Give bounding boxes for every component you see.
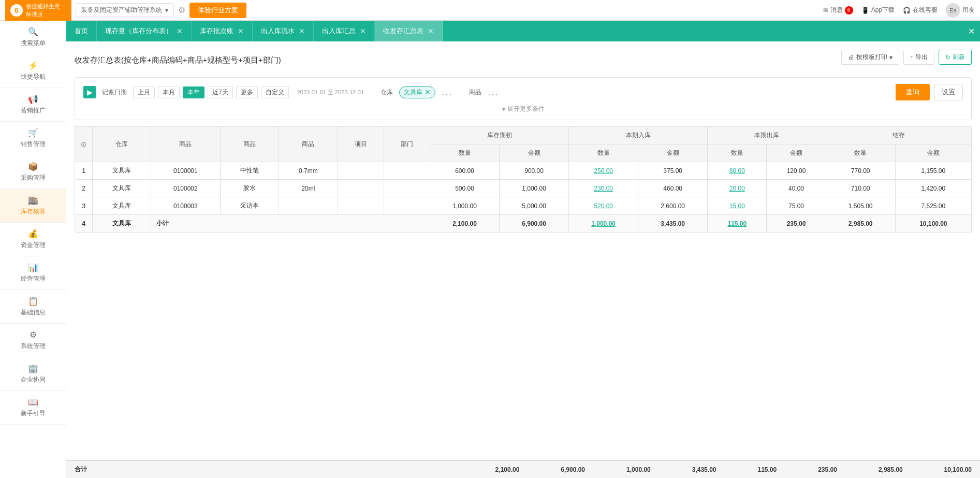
row-out-amt: 40.00 bbox=[767, 180, 826, 197]
tab-inout-summary[interactable]: 出入库汇总 ✕ bbox=[314, 21, 375, 41]
expand-icon: ▾ bbox=[502, 106, 505, 113]
filter-setting-button[interactable]: 设置 bbox=[934, 84, 963, 100]
tab-recv-summary[interactable]: 收发存汇总表 ✕ bbox=[375, 21, 443, 41]
sidebar-label-finance: 资金管理 bbox=[21, 241, 46, 250]
date-7days[interactable]: 近7天 bbox=[208, 86, 233, 98]
goods-more[interactable]: ... bbox=[488, 87, 499, 98]
warehouse-tag-text: 文具库 bbox=[404, 88, 422, 97]
print-icon: 🖨 bbox=[848, 54, 854, 61]
row-out-qty[interactable]: 15.00 bbox=[708, 197, 767, 215]
row-project bbox=[338, 197, 384, 215]
subtotal-out-qty[interactable]: 115.00 bbox=[708, 215, 767, 233]
sidebar-item-marketing[interactable]: 📢 营销推广 bbox=[0, 88, 66, 122]
expand-button[interactable]: ▾ 展开更多条件 bbox=[502, 105, 545, 113]
col-settings-icon[interactable]: ⚙ bbox=[80, 140, 87, 149]
footer-open-qty: 2,100.00 bbox=[495, 466, 520, 473]
row-in-qty[interactable]: 520.00 bbox=[569, 197, 638, 215]
top-right-area: ✉ 消息 6 📱 App下载 🎧 在线客服 Ea 用友 bbox=[823, 3, 975, 18]
tab-bar-close-all[interactable]: ✕ bbox=[968, 26, 980, 36]
tab-home[interactable]: 首页 bbox=[66, 21, 97, 41]
date-more[interactable]: 更多 bbox=[236, 86, 258, 98]
sidebar-item-quick[interactable]: ⚡ 快捷导航 bbox=[0, 54, 66, 88]
warehouse-more[interactable]: ... bbox=[442, 87, 452, 98]
app-download-item[interactable]: 📱 App下载 bbox=[861, 6, 895, 15]
sidebar-item-purchase[interactable]: 📦 采购管理 bbox=[0, 155, 66, 189]
col-warehouse-header: 仓库 bbox=[93, 127, 151, 162]
tab-batch[interactable]: 库存批次账 ✕ bbox=[192, 21, 253, 41]
sidebar-item-enterprise[interactable]: 🏢 企业协同 bbox=[0, 357, 66, 391]
chart-icon: 📊 bbox=[28, 263, 38, 272]
sidebar-item-system[interactable]: ⚙ 系统管理 bbox=[0, 324, 66, 357]
table-footer: 合计 2,100.00 6,900.00 1,000.00 3,435.00 1… bbox=[66, 460, 980, 478]
subtotal-close-amt: 10,100.00 bbox=[895, 215, 971, 233]
user-item[interactable]: Ea 用友 bbox=[946, 3, 975, 18]
date-this-year[interactable]: 本年 bbox=[183, 86, 204, 98]
date-this-month[interactable]: 本月 bbox=[158, 86, 180, 98]
date-buttons: 上月 本月 本年 近7天 更多 自定义 bbox=[133, 86, 289, 98]
refresh-button[interactable]: ↻ 刷新 bbox=[939, 50, 972, 65]
tab-flow-label: 出入库流水 bbox=[261, 26, 295, 36]
sidebar-label-sales: 销售管理 bbox=[21, 140, 46, 149]
col-spec-header: 商品 bbox=[279, 127, 338, 162]
tab-stock-dist-close[interactable]: ✕ bbox=[177, 27, 183, 35]
row-out-qty[interactable]: 80.00 bbox=[708, 162, 767, 180]
row-open-qty: 500.00 bbox=[430, 180, 500, 197]
system-title[interactable]: 装备及固定资产辅助管理系统 ▾ bbox=[76, 3, 174, 17]
row-in-qty[interactable]: 230.00 bbox=[569, 180, 638, 197]
warehouse-label: 仓库 bbox=[381, 88, 393, 97]
sidebar-item-inventory[interactable]: 🏬 库存核算 bbox=[0, 189, 66, 223]
trial-button[interactable]: 体验行业方案 bbox=[189, 3, 246, 18]
col-close-qty: 数量 bbox=[826, 144, 895, 162]
row-name: 采访本 bbox=[220, 197, 279, 215]
row-dept bbox=[384, 197, 430, 215]
headset-icon: 🎧 bbox=[903, 7, 911, 14]
row-out-qty[interactable]: 20.00 bbox=[708, 180, 767, 197]
sidebar-label-basic: 基础信息 bbox=[21, 308, 46, 317]
sidebar-item-finance[interactable]: 💰 资金管理 bbox=[0, 223, 66, 256]
date-label: 记账日期 bbox=[102, 88, 127, 97]
sidebar-item-basic[interactable]: 📋 基础信息 bbox=[0, 290, 66, 324]
date-custom[interactable]: 自定义 bbox=[261, 86, 289, 98]
subtotal-in-qty[interactable]: 1,000.00 bbox=[569, 215, 638, 233]
row-no: 1 bbox=[75, 162, 93, 180]
row-close-qty: 770.00 bbox=[826, 162, 895, 180]
row-close-amt: 1,420.00 bbox=[895, 180, 971, 197]
date-last-month[interactable]: 上月 bbox=[133, 86, 155, 98]
sidebar-label-purchase: 采购管理 bbox=[21, 173, 46, 182]
print-button[interactable]: 🖨 按模板打印 ▾ bbox=[841, 50, 899, 65]
row-dept bbox=[384, 180, 430, 197]
row-warehouse: 文具库 bbox=[93, 180, 151, 197]
tab-flow-close[interactable]: ✕ bbox=[299, 27, 305, 35]
filter-toggle[interactable]: ▶ bbox=[83, 86, 96, 98]
row-project bbox=[338, 162, 384, 180]
subtotal-open-amt: 6,900.00 bbox=[500, 215, 569, 233]
query-button[interactable]: 查询 bbox=[896, 84, 930, 100]
tab-inout-close[interactable]: ✕ bbox=[360, 27, 366, 35]
sidebar-item-operation[interactable]: 📊 经营管理 bbox=[0, 256, 66, 290]
tab-flow[interactable]: 出入库流水 ✕ bbox=[253, 21, 314, 41]
data-table: ⚙ 仓库 商品 商品 商品 项目 部门 库存期初 本期入库 本期出库 结存 bbox=[75, 126, 972, 233]
tab-batch-close[interactable]: ✕ bbox=[238, 27, 244, 35]
row-close-amt: 1,155.00 bbox=[895, 162, 971, 180]
message-item[interactable]: ✉ 消息 6 bbox=[823, 6, 853, 15]
page-content: 收发存汇总表(按仓库+商品编码+商品+规格型号+项目+部门) 🖨 按模板打印 ▾… bbox=[66, 41, 980, 478]
col-name-header: 商品 bbox=[220, 127, 279, 162]
service-item[interactable]: 🎧 在线客服 bbox=[903, 6, 938, 15]
phone-icon: 📱 bbox=[861, 7, 869, 14]
sidebar-item-guide[interactable]: 📖 新手引导 bbox=[0, 391, 66, 425]
tab-recv-close[interactable]: ✕ bbox=[428, 27, 434, 35]
settings-icon[interactable]: ⚙ bbox=[178, 5, 185, 15]
row-open-amt: 1,000.00 bbox=[500, 180, 569, 197]
lightning-icon: ⚡ bbox=[28, 61, 38, 70]
export-button[interactable]: ↑ 导出 bbox=[903, 50, 934, 65]
row-open-amt: 900.00 bbox=[500, 162, 569, 180]
sidebar-item-sales[interactable]: 🛒 销售管理 bbox=[0, 122, 66, 155]
row-spec: 20ml bbox=[279, 180, 338, 197]
sidebar-item-search[interactable]: 🔍 搜索菜单 bbox=[0, 21, 66, 54]
warehouse-tag-close[interactable]: ✕ bbox=[425, 88, 431, 96]
tab-stock-dist[interactable]: 现存量（库存分布表） ✕ bbox=[97, 21, 192, 41]
col-project-header: 项目 bbox=[338, 127, 384, 162]
box-icon: 📦 bbox=[28, 162, 38, 171]
row-in-qty[interactable]: 250.00 bbox=[569, 162, 638, 180]
tab-inout-label: 出入库汇总 bbox=[322, 26, 356, 36]
